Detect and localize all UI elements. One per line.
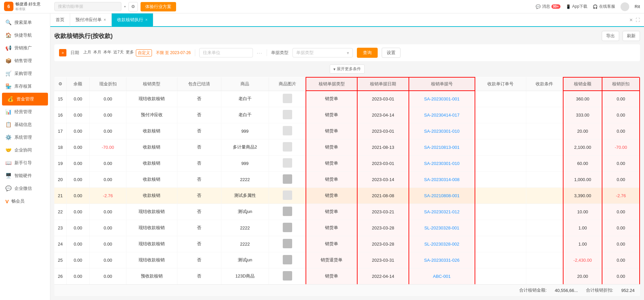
date-more[interactable]: 更多 [126, 49, 134, 56]
cell-goods: 2222 [221, 236, 269, 252]
guide-icon: 📖 [5, 160, 12, 166]
sidebar-item-enterprise[interactable]: 🤝 企业协同 [0, 144, 50, 157]
top-search-input[interactable]: 搜索功能/单据 [54, 2, 121, 11]
cell-settled: 否 [177, 171, 221, 187]
cell-bill-no[interactable]: SA-20230321-012 [409, 204, 475, 220]
bill-no-link[interactable]: ABC-001 [433, 274, 451, 279]
expand-conditions-btn[interactable]: ▾ 展开更多条件 [330, 65, 365, 74]
bill-type-select[interactable]: 单据类型 ▾ [292, 48, 353, 57]
cell-bill-no[interactable]: SA-20230331-026 [409, 252, 475, 268]
app-download-btn[interactable]: 📱 App下载 [566, 4, 587, 9]
bill-no-link[interactable]: SA-20230301-010 [424, 161, 460, 166]
cell-bill-type: 销货单 [306, 107, 357, 123]
query-btn[interactable]: 查询 [357, 48, 378, 58]
cell-receipt-condition [526, 171, 563, 187]
cell-row-num: 19 [54, 155, 66, 171]
sidebar-item-operations[interactable]: 📊 经营管理 [0, 105, 50, 118]
sidebar-item-inventory[interactable]: 🏪 库存核算 [0, 80, 50, 93]
cell-bill-no[interactable]: SA-20230301-010 [409, 123, 475, 139]
home-tab-label: 首页 [56, 17, 64, 23]
tab-home[interactable]: 首页 [50, 13, 70, 27]
bill-no-link[interactable]: SA-20230414-017 [424, 113, 460, 118]
sidebar-item-sales[interactable]: 📦 销售管理 [0, 54, 50, 67]
bill-no-link[interactable]: SA-20230331-026 [424, 258, 460, 263]
setting-btn[interactable]: 设置 [382, 48, 400, 58]
sidebar-item-label: 畅会员 [11, 198, 24, 204]
date-custom[interactable]: 自定义 [136, 49, 152, 56]
cell-cash-discount: 0.00 [90, 123, 126, 139]
export-btn[interactable]: 导出 [602, 31, 619, 41]
bill-no-link[interactable]: SL-20230328-001 [424, 225, 459, 230]
sidebar-item-finance[interactable]: 💰 资金管理 [2, 93, 48, 105]
tab-receipt-offset[interactable]: 收款核销执行 × [112, 13, 153, 27]
sidebar-item-label: 销售管理 [14, 58, 32, 64]
sidebar-item-member[interactable]: V 畅会员 [0, 195, 50, 208]
cell-bill-no[interactable]: SA-20210808-001 [409, 187, 475, 204]
cell-bill-date: 2023-03-21 [357, 204, 409, 220]
sidebar-item-purchase[interactable]: 🛒 采购管理 [0, 67, 50, 80]
settings-gear-btn[interactable]: ⚙ [128, 2, 138, 11]
cell-goods: 多计量商品2 [221, 139, 269, 155]
data-table: ⚙ 余额 现金折扣 核销类型 包含已结清 商品 商品图片 核销单据类型 核销单据… [54, 77, 640, 284]
cell-bill-no[interactable]: SA-20210813-001 [409, 139, 475, 155]
date-this-year[interactable]: 本年 [103, 49, 111, 56]
cell-offset-amount: -2,430.00 [563, 252, 602, 268]
filter-expand-btn[interactable]: » [59, 49, 66, 56]
table-scroll[interactable]: ⚙ 余额 现金折扣 核销类型 包含已结清 商品 商品图片 核销单据类型 核销单据… [54, 77, 640, 284]
hardware-icon: 🖥️ [5, 173, 12, 179]
sidebar-item-marketing[interactable]: 📢 营销推广 [0, 42, 50, 54]
bill-no-link[interactable]: SL-20230328-002 [424, 242, 459, 247]
online-service-btn[interactable]: 🎧 在线客服 [593, 4, 615, 9]
cell-bill-no[interactable]: SA-20230301-010 [409, 155, 475, 171]
partner-filter-input[interactable]: 往来单位 [199, 48, 253, 57]
user-avatar[interactable] [621, 2, 629, 11]
date-7days[interactable]: 近7天 [113, 49, 124, 56]
cell-cash-discount: -2.76 [90, 187, 126, 204]
cell-receipt-order [475, 187, 526, 204]
cell-bill-no[interactable]: SA-20230301-001 [409, 91, 475, 107]
cell-receipt-order [475, 123, 526, 139]
sidebar-item-guide[interactable]: 📖 新手引导 [0, 157, 50, 169]
col-gear[interactable]: ⚙ [54, 77, 66, 91]
bill-type-label: 单据类型 [271, 50, 288, 56]
bill-no-link[interactable]: SA-20210813-001 [424, 145, 460, 150]
bill-no-link[interactable]: SA-20230321-012 [424, 209, 460, 214]
tab-close-window-icon[interactable]: ✕ [629, 17, 633, 23]
logo-area: 6 畅捷通·好生意 标准版 [4, 2, 51, 11]
notification-btn[interactable]: 💬 消息 99+ [536, 4, 560, 9]
cell-bill-no[interactable]: SA-20230314-008 [409, 171, 475, 187]
tab-prepay[interactable]: 预付冲应付单 × [70, 13, 112, 27]
cell-bill-type: 销货单 [306, 187, 357, 204]
date-this-month[interactable]: 本月 [93, 49, 101, 56]
cell-bill-date: 2023-03-01 [357, 155, 409, 171]
page-title: 收款核销执行(按收款) [54, 32, 113, 40]
goods-image [283, 207, 292, 216]
prepay-tab-close-icon[interactable]: × [104, 17, 106, 22]
bill-type-placeholder: 单据类型 [296, 50, 314, 56]
date-prev-month[interactable]: 上月 [83, 49, 91, 56]
sidebar-item-basics[interactable]: 📋 基础信息 [0, 118, 50, 131]
cell-offset-type: 现结收款核销 [126, 252, 177, 268]
cell-bill-no[interactable]: SL-20230328-002 [409, 236, 475, 252]
cell-bill-no[interactable]: SL-20230328-001 [409, 220, 475, 236]
refresh-btn[interactable]: 刷新 [623, 31, 640, 41]
online-service-label: 在线客服 [599, 4, 615, 9]
sidebar-item-wechat[interactable]: 💬 企业微信 [0, 182, 50, 195]
notification-label: 消息 [542, 4, 550, 9]
bill-no-link[interactable]: SA-20230301-010 [424, 129, 460, 134]
receipt-offset-tab-close-icon[interactable]: × [145, 17, 148, 22]
cell-bill-no[interactable]: ABC-001 [409, 268, 475, 284]
cell-bill-date: 2021-08-13 [357, 139, 409, 155]
bill-no-link[interactable]: SA-20230301-001 [424, 96, 460, 101]
sidebar-item-hardware[interactable]: 🖥️ 智能硬件 [0, 169, 50, 182]
sidebar-item-system[interactable]: ⚙️ 系统管理 [0, 131, 50, 144]
bill-no-link[interactable]: SA-20210808-001 [424, 193, 460, 198]
bill-no-link[interactable]: SA-20230314-008 [424, 177, 460, 182]
cell-settled: 否 [177, 123, 221, 139]
cell-bill-no[interactable]: SA-20230414-017 [409, 107, 475, 123]
search-dropdown-arrow[interactable]: ▾ [124, 5, 126, 8]
sidebar-item-quick-nav[interactable]: 🏠 快捷导航 [0, 29, 50, 42]
sidebar-item-search-menu[interactable]: 🔍 搜索菜单 [0, 16, 50, 29]
tab-maximize-icon[interactable]: ⛶ [636, 17, 640, 23]
trial-industry-btn[interactable]: 体验行业方案 [141, 2, 176, 11]
